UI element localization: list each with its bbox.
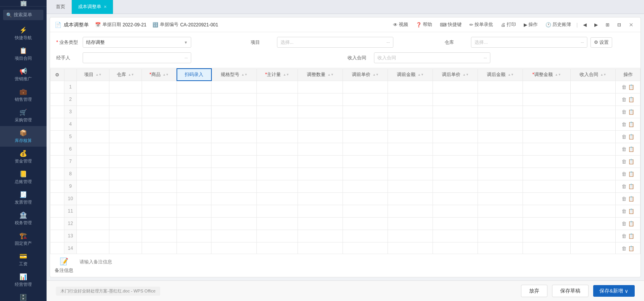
cell-unit-8[interactable] xyxy=(256,168,298,180)
cell-post-amount-13[interactable] xyxy=(478,230,523,242)
sidebar-item-ledger[interactable]: 📒 总账管理 xyxy=(0,167,47,188)
cell-income-contract-10[interactable] xyxy=(570,192,615,205)
cell-adj-amount-5[interactable] xyxy=(523,130,570,143)
delete-icon-6[interactable]: 🗑 xyxy=(621,146,627,152)
cell-scan-2[interactable] xyxy=(177,93,211,106)
cell-post-amount-1[interactable] xyxy=(478,81,523,93)
sidebar-item-finance[interactable]: 💰 资金管理 xyxy=(0,147,47,167)
th-adj-qty[interactable]: 调整数量 ▲▼ xyxy=(298,69,343,81)
cell-scan-8[interactable] xyxy=(177,168,211,180)
cell-adj-amount-4[interactable] xyxy=(523,118,570,130)
expand-btn[interactable]: ⊞ xyxy=(603,21,612,28)
cell-income-contract-2[interactable] xyxy=(570,93,615,106)
cell-post-amount-4[interactable] xyxy=(478,118,523,130)
cell-pre-price-11[interactable] xyxy=(343,205,388,217)
copy-icon-4[interactable]: 📋 xyxy=(628,121,634,127)
cell-spec-11[interactable] xyxy=(211,205,257,217)
cell-spec-3[interactable] xyxy=(211,106,257,118)
cell-project-2[interactable] xyxy=(77,93,109,106)
operate-btn[interactable]: ▶ 操作 xyxy=(521,21,540,29)
delete-icon-5[interactable]: 🗑 xyxy=(621,134,627,140)
cell-adj-qty-10[interactable] xyxy=(298,192,343,205)
cell-pre-price-3[interactable] xyxy=(343,106,388,118)
cell-pre-amount-14[interactable] xyxy=(388,242,433,254)
cell-adj-qty-2[interactable] xyxy=(298,93,343,106)
cell-spec-9[interactable] xyxy=(211,180,257,192)
cell-adj-amount-2[interactable] xyxy=(523,93,570,106)
th-adj-amount[interactable]: *调整金额 ▲▼ xyxy=(523,69,570,81)
cell-pre-price-14[interactable] xyxy=(343,242,388,254)
th-pre-amount[interactable]: 调前金额 ▲▼ xyxy=(388,69,433,81)
cell-unit-10[interactable] xyxy=(256,192,298,205)
cell-post-amount-6[interactable] xyxy=(478,143,523,155)
sidebar-item-sales-mgmt[interactable]: 💼 销售管理 xyxy=(0,85,47,106)
cell-income-contract-1[interactable] xyxy=(570,81,615,93)
th-project[interactable]: 项目 ▲▼ xyxy=(77,69,109,81)
cell-warehouse-11[interactable] xyxy=(109,205,142,217)
cell-post-amount-2[interactable] xyxy=(478,93,523,106)
cell-spec-7[interactable] xyxy=(211,155,257,168)
cell-spec-2[interactable] xyxy=(211,93,257,106)
cell-adj-qty-14[interactable] xyxy=(298,242,343,254)
delete-icon-4[interactable]: 🗑 xyxy=(621,121,627,127)
delete-icon-11[interactable]: 🗑 xyxy=(621,208,627,214)
cell-adj-qty-3[interactable] xyxy=(298,106,343,118)
copy-icon-5[interactable]: 📋 xyxy=(628,134,634,140)
th-post-amount[interactable]: 调后金额 ▲▼ xyxy=(478,69,523,81)
cell-income-contract-5[interactable] xyxy=(570,130,615,143)
nav-prev-btn[interactable]: ◀ xyxy=(581,21,589,28)
cell-project-10[interactable] xyxy=(77,192,109,205)
copy-icon-13[interactable]: 📋 xyxy=(628,233,634,239)
cell-unit-7[interactable] xyxy=(256,155,298,168)
cell-adj-qty-8[interactable] xyxy=(298,168,343,180)
cell-pre-price-9[interactable] xyxy=(343,180,388,192)
cell-adj-qty-1[interactable] xyxy=(298,81,343,93)
nav-next-btn[interactable]: ▶ xyxy=(592,21,600,28)
sidebar-item-fixed-assets[interactable]: 🏗️ 固定资产 xyxy=(0,229,47,249)
cell-spec-6[interactable] xyxy=(211,143,257,155)
cell-project-13[interactable] xyxy=(77,230,109,242)
cell-post-amount-14[interactable] xyxy=(478,242,523,254)
cell-product-7[interactable] xyxy=(142,155,177,168)
copy-icon-7[interactable]: 📋 xyxy=(628,159,634,164)
cell-pre-price-5[interactable] xyxy=(343,130,388,143)
delete-icon-1[interactable]: 🗑 xyxy=(621,84,627,90)
cell-adj-qty-13[interactable] xyxy=(298,230,343,242)
notes-textarea[interactable] xyxy=(78,257,636,271)
cell-product-2[interactable] xyxy=(142,93,177,106)
cell-post-amount-7[interactable] xyxy=(478,155,523,168)
cell-post-price-12[interactable] xyxy=(433,217,478,230)
cell-project-1[interactable] xyxy=(77,81,109,93)
cell-income-contract-7[interactable] xyxy=(570,155,615,168)
th-unit[interactable]: *主计量 ▲▼ xyxy=(256,69,298,81)
cell-project-14[interactable] xyxy=(77,242,109,254)
cell-scan-1[interactable] xyxy=(177,81,211,93)
cell-post-price-14[interactable] xyxy=(433,242,478,254)
copy-icon-9[interactable]: 📋 xyxy=(628,183,634,189)
copy-icon-3[interactable]: 📋 xyxy=(628,109,634,115)
handler-input[interactable]: ··· xyxy=(83,52,191,63)
batch-edit-btn[interactable]: ✏ 按单录批 xyxy=(467,21,495,29)
cell-product-11[interactable] xyxy=(142,205,177,217)
cell-adj-qty-6[interactable] xyxy=(298,143,343,155)
cell-income-contract-6[interactable] xyxy=(570,143,615,155)
cell-unit-6[interactable] xyxy=(256,143,298,155)
cell-pre-amount-10[interactable] xyxy=(388,192,433,205)
tab-cost-adjust[interactable]: 成本调整单 ✕ xyxy=(72,0,113,14)
th-income-contract[interactable]: 收入合同 ▲▼ xyxy=(570,69,615,81)
cell-scan-4[interactable] xyxy=(177,118,211,130)
cell-adj-qty-11[interactable] xyxy=(298,205,343,217)
cell-adj-qty-9[interactable] xyxy=(298,180,343,192)
cell-post-price-8[interactable] xyxy=(433,168,478,180)
cell-post-amount-3[interactable] xyxy=(478,106,523,118)
panel-close-btn[interactable]: ✕ xyxy=(627,21,636,29)
delete-icon-13[interactable]: 🗑 xyxy=(621,233,627,239)
sidebar-item-basic-info[interactable]: 🗄️ 基础信息 xyxy=(0,291,47,301)
th-warehouse[interactable]: 仓库 ▲▼ xyxy=(109,69,142,81)
copy-icon-2[interactable]: 📋 xyxy=(628,97,634,102)
cell-scan-14[interactable] xyxy=(177,242,211,254)
cell-pre-price-7[interactable] xyxy=(343,155,388,168)
cell-adj-amount-11[interactable] xyxy=(523,205,570,217)
cell-unit-5[interactable] xyxy=(256,130,298,143)
project-input[interactable]: 选择... ··· xyxy=(277,37,393,48)
